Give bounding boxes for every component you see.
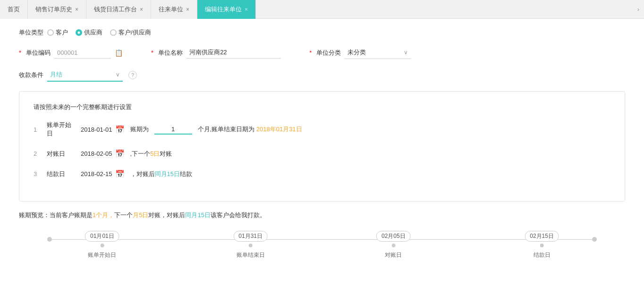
payment-condition-label: 收款条件: [19, 71, 43, 79]
node-1-dot: [100, 244, 104, 247]
period-row-1: 1 账单开始日 2018-01-01 📅 账期为 个月,账单结束日期为 2018…: [34, 121, 610, 138]
node-3-dot: [391, 244, 395, 247]
payment-condition-field: 收款条件 月结 ∨ ?: [19, 68, 137, 82]
node-4-pill: 02月15日: [525, 231, 559, 242]
period-for-label: 账期为: [130, 125, 149, 134]
unit-type-label: 单位类型: [19, 28, 43, 37]
unit-category-value: 未分类: [347, 48, 366, 57]
radio-both-circle: [110, 29, 117, 36]
period-date-2: 2018-02-05 📅: [81, 149, 125, 158]
unit-type-field: 单位类型 客户 供应商 客户/供应商: [19, 28, 151, 37]
radio-supplier-label: 供应商: [84, 28, 102, 37]
payment-help-icon[interactable]: ?: [128, 71, 137, 79]
unit-code-star: *: [19, 49, 21, 56]
unit-category-select[interactable]: 未分类 ∨: [345, 46, 411, 59]
radio-customer-circle: [47, 29, 54, 36]
period-label-1: 账单开始日: [47, 121, 75, 138]
preview-label: 账期预览：当前客户账期是: [19, 211, 93, 219]
period-value-input[interactable]: [154, 125, 192, 135]
node-1-pill: 01月01日: [85, 231, 119, 242]
period-settings-box: 请按照未来的一个完整帐期进行设置 1 账单开始日 2018-01-01 📅 账期…: [19, 91, 625, 202]
timeline-node-1: 01月01日 账单开始日: [85, 231, 119, 259]
period-num-2: 2: [34, 150, 41, 157]
period-row-3: 3 结款日 2018-02-15 📅 ，对账后同月15日结款: [34, 169, 610, 178]
period-desc-2: ,下一个5日对账: [130, 150, 172, 158]
timeline-node-4: 02月15日 结款日: [525, 231, 559, 259]
unit-name-input[interactable]: [186, 47, 281, 59]
radio-both-label: 客户/供应商: [119, 28, 151, 37]
timeline-end-dot: [592, 237, 597, 242]
node-2-dot: [249, 244, 253, 247]
radio-supplier-circle: [76, 29, 82, 36]
period-num-3: 3: [34, 170, 41, 177]
node-3-label: 对账日: [385, 251, 402, 259]
tab-counterpart-close[interactable]: ×: [186, 6, 189, 13]
payment-condition-select[interactable]: 月结 ∨: [47, 68, 123, 82]
radio-both[interactable]: 客户/供应商: [110, 28, 151, 37]
unit-code-label: 单位编码: [26, 49, 51, 57]
payment-condition-chevron: ∨: [116, 71, 120, 78]
unit-code-input[interactable]: [54, 47, 111, 59]
node-2-label: 账单结束日: [237, 251, 265, 259]
tab-edit-counterpart[interactable]: 编辑往来单位 ×: [197, 0, 256, 19]
tab-more-arrow[interactable]: ›: [633, 6, 644, 13]
preview-part2-suffix: 对账，对账后: [148, 211, 185, 219]
node-4-dot: [540, 244, 544, 247]
timeline-node-2: 01月31日 账单结束日: [233, 231, 268, 259]
radio-customer[interactable]: 客户: [47, 28, 68, 37]
tab-cash-work-label: 钱货日清工作台: [94, 5, 137, 14]
tabs-bar: 首页 销售订单历史 × 钱货日清工作台 × 往来单位 × 编辑往来单位 × ›: [0, 0, 644, 19]
period-row-2: 2 对账日 2018-02-05 📅 ,下一个5日对账: [34, 149, 610, 158]
tab-edit-counterpart-label: 编辑往来单位: [205, 5, 242, 14]
preview-part3: 同月15日: [185, 211, 210, 219]
unit-name-star: *: [151, 49, 153, 56]
period-settings-title: 请按照未来的一个完整帐期进行设置: [34, 103, 610, 111]
tab-sales-history-close[interactable]: ×: [75, 6, 78, 13]
radio-customer-label: 客户: [56, 28, 68, 37]
unit-category-field: * 单位分类 未分类 ∨: [309, 46, 411, 59]
calendar-icon-2[interactable]: 📅: [115, 149, 125, 158]
period-date-1: 2018-01-01 📅: [81, 125, 125, 134]
unit-code-field: * 单位编码 📋: [19, 47, 123, 59]
unit-name-label: 单位名称: [158, 49, 183, 57]
unit-category-label: 单位分类: [316, 49, 341, 57]
unit-info-row: * 单位编码 📋 * 单位名称 * 单位分类 未分类 ∨: [19, 46, 625, 59]
period-date-value-1: 2018-01-01: [81, 126, 112, 133]
node-3-pill: 02月05日: [376, 231, 411, 242]
radio-supplier[interactable]: 供应商: [76, 28, 102, 37]
node-4-label: 结款日: [534, 251, 551, 259]
timeline-line: [47, 239, 597, 240]
period-unit-text: 个月,账单结束日期为 2018年01月31日: [198, 125, 302, 134]
tab-cash-work[interactable]: 钱货日清工作台 ×: [86, 0, 151, 19]
unit-type-row: 单位类型 客户 供应商 客户/供应商: [19, 28, 625, 37]
unit-name-field: * 单位名称: [151, 47, 281, 59]
copy-icon[interactable]: 📋: [115, 49, 123, 57]
timeline-start-dot: [47, 237, 52, 242]
payment-condition-value: 月结: [50, 70, 62, 79]
tab-sales-history-label: 销售订单历史: [35, 5, 72, 14]
tab-edit-counterpart-close[interactable]: ×: [245, 6, 248, 13]
timeline-wrapper: 01月01日 账单开始日 01月31日 账单结束日 02月05日 对账日: [47, 231, 597, 269]
preview-part2: 月5日: [133, 211, 148, 219]
preview-part3-suffix: 该客户会给我打款。: [211, 211, 266, 219]
tab-home[interactable]: 首页: [0, 0, 28, 19]
timeline: 01月01日 账单开始日 01月31日 账单结束日 02月05日 对账日: [19, 231, 625, 278]
main-content: 单位类型 客户 供应商 客户/供应商 * 单位编码: [0, 19, 644, 287]
period-date-value-2: 2018-02-05: [81, 150, 112, 157]
node-1-label: 账单开始日: [88, 251, 116, 259]
timeline-node-3: 02月05日 对账日: [376, 231, 411, 259]
preview-part1-suffix: 下一个: [114, 211, 133, 219]
tab-home-label: 首页: [8, 5, 20, 14]
unit-category-star: *: [309, 49, 312, 56]
period-desc-3: ，对账后同月15日结款: [130, 170, 192, 178]
tab-counterpart[interactable]: 往来单位 ×: [151, 0, 197, 19]
tab-sales-history[interactable]: 销售订单历史 ×: [28, 0, 86, 19]
period-label-3: 结款日: [47, 170, 75, 178]
calendar-icon-3[interactable]: 📅: [115, 169, 125, 178]
tab-counterpart-label: 往来单位: [159, 5, 183, 14]
period-date-3: 2018-02-15 📅: [81, 169, 125, 178]
calendar-icon-1[interactable]: 📅: [115, 125, 125, 134]
tab-cash-work-close[interactable]: ×: [140, 6, 143, 13]
payment-row: 收款条件 月结 ∨ ?: [19, 68, 625, 82]
unit-category-chevron: ∨: [404, 49, 408, 56]
